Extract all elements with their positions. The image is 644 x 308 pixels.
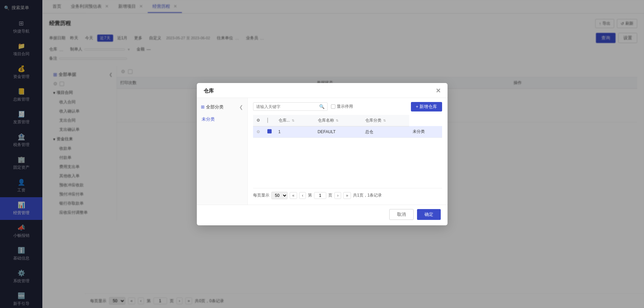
modal-right-toolbar: 🔍 显示停用 + 新增仓库 [253,102,442,111]
modal-table-wrap: ⚙ 仓库... ⇅ 仓库名称 ⇅ [253,115,442,188]
modal-col-gear-icon[interactable]: ⚙ [256,118,260,123]
modal-body: ⊞ 全部分类 ❮ 未分类 🔍 显示停用 [197,98,448,205]
modal-table: ⚙ 仓库... ⇅ 仓库名称 ⇅ [253,115,442,138]
show-disabled-label: 显示停用 [337,104,353,109]
modal-left-collapse-btn[interactable]: ❮ [239,104,243,110]
modal-col-category-label: 仓库分类 [365,118,381,123]
modal-last-btn[interactable]: » [343,192,351,199]
modal-col-checkbox-all[interactable] [267,118,268,123]
modal-col-category-sort[interactable]: ⇅ [383,119,386,122]
row-category: 未分类 [409,126,442,138]
modal-right-panel: 🔍 显示停用 + 新增仓库 ⚙ [248,98,448,205]
modal-left-title-text: 全部分类 [206,104,224,110]
modal-col-code-label: 仓库... [278,118,290,123]
show-disabled-wrap: 显示停用 [331,104,353,109]
add-warehouse-button[interactable]: + 新增仓库 [411,102,442,111]
show-disabled-checkbox[interactable] [331,104,335,109]
modal-col-code-sort[interactable]: ⇅ [292,119,294,122]
modal-per-page-select[interactable]: 50 [271,192,288,199]
modal-next-btn[interactable]: › [334,192,341,199]
modal-total-info: 共1页，1条记录 [353,192,382,198]
modal-col-code: 仓库... ⇅ [275,115,314,126]
modal-title: 仓库 [204,88,214,94]
confirm-button[interactable]: 确定 [417,209,441,220]
modal-pagination: 每页显示 50 « ‹ 第 页 › » 共1页，1条记录 [253,188,442,201]
row-gear[interactable]: ⚙ [253,126,264,138]
modal-left-scroll: 未分类 [197,114,247,125]
modal-per-page-label: 每页显示 [253,192,269,198]
modal-search-icon[interactable]: 🔍 [319,104,325,109]
modal-left-item-label: 未分类 [202,116,215,122]
cancel-button[interactable]: 取消 [389,209,414,220]
modal-first-btn[interactable]: « [290,192,297,199]
modal-col-settings: ⚙ [253,115,264,126]
modal-left-title: ⊞ 全部分类 [201,104,224,110]
modal-table-row[interactable]: ⚙ 1 DEFAULT 总仓 未分类 [253,126,442,138]
modal-close-button[interactable]: ✕ [436,88,441,94]
warehouse-modal: 仓库 ✕ ⊞ 全部分类 ❮ 未分类 🔍 [197,83,448,225]
modal-left-header: ⊞ 全部分类 ❮ [197,102,247,114]
row-code: DEFAULT [314,126,362,138]
modal-col-name-label: 仓库名称 [318,118,334,123]
modal-left-item-uncat[interactable]: 未分类 [197,114,247,125]
modal-col-checkbox [264,115,275,126]
modal-header: 仓库 ✕ [197,83,448,98]
modal-search-wrap: 🔍 [253,102,328,111]
modal-prev-btn[interactable]: ‹ [299,192,306,199]
modal-page-input[interactable] [314,192,326,199]
modal-page-suffix: 页 [328,192,332,198]
modal-page-label: 第 [308,192,312,198]
modal-left-panel: ⊞ 全部分类 ❮ 未分类 [197,98,248,205]
row-checkbox[interactable] [264,126,275,138]
row-id: 1 [275,126,314,138]
modal-col-name: 仓库名称 ⇅ [314,115,362,126]
row-name: 总仓 [362,126,409,138]
modal-footer: 取消 确定 [197,205,448,225]
modal-col-category: 仓库分类 ⇅ [362,115,409,126]
modal-col-name-sort[interactable]: ⇅ [336,119,338,122]
modal-search-input[interactable] [256,104,319,109]
modal-left-grid-icon: ⊞ [201,104,205,109]
